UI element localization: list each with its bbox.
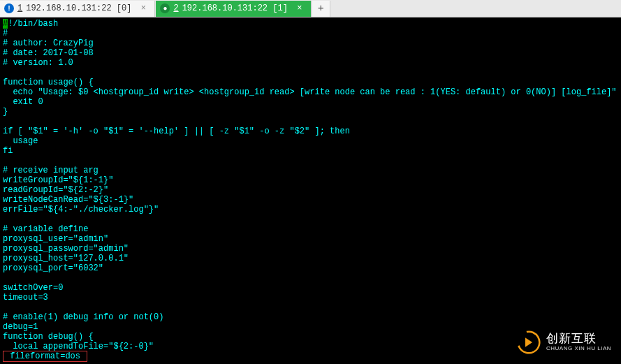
code-line: usage [3,136,38,146]
close-icon[interactable]: × [295,3,304,13]
code-line: # date: 2017-01-08 [3,48,94,58]
code-line: exit 0 [3,97,43,107]
code-line: debug=1 [3,322,38,332]
code-line: errFile="${4:-"./checker.log"}" [3,205,159,214]
tab-bar: ! 1 192.168.10.131:22 [0] × ● 2 192.168.… [0,0,621,17]
tab-number: 1 [17,3,22,13]
code-line: function usage() { [3,78,94,87]
code-line: timeout=3 [3,293,48,303]
tab-2[interactable]: ● 2 192.168.10.131:22 [1] × [156,1,311,17]
watermark: 创新互联 CHUANG XIN HU LIAN [517,330,611,354]
code-line: # [3,29,8,38]
tab-label: 192.168.10.131:22 [0] [26,3,131,13]
shebang-rest: !/bin/bash [8,19,58,29]
tab-label: 192.168.10.131:22 [1] [182,3,288,13]
code-line: } [3,107,8,117]
tab-1[interactable]: ! 1 192.168.10.131:22 [0] × [0,1,155,17]
code-line: switchOver=0 [3,283,63,293]
watermark-en: CHUANG XIN HU LIAN [546,346,611,352]
code-line: if [ "$1" = '-h' -o "$1" = '--help' ] ||… [3,126,350,136]
logo-icon [517,330,541,354]
code-line: # variable define [3,224,88,234]
code-line: proxysql_host="127.0.0.1" [3,254,129,263]
code-line: proxysql_password="admin" [3,244,129,254]
watermark-zh: 创新互联 [546,333,611,346]
code-line: writeNodeCanRead="${3:-1}" [3,195,133,205]
code-line: proxysql_port="6032" [3,263,103,273]
code-line: function debug() { [3,332,94,342]
close-icon[interactable]: × [139,3,147,13]
tab-number: 2 [173,3,178,13]
code-line: # author: CrazyPig [3,38,94,48]
code-line: # receive input arg [3,166,98,175]
info-icon: ! [4,3,14,13]
connected-icon: ● [160,3,170,13]
code-line: echo "Usage: $0 <hostgroup_id write> <ho… [3,87,617,97]
code-line: # enable(1) debug info or not(0) [3,312,163,322]
code-line: writeGroupId="${1:-1}" [3,175,113,185]
terminal-pane[interactable]: #!/bin/bash # # author: CrazyPig # date:… [0,17,621,364]
code-line: fi [3,146,13,156]
status-line: fileformat=dos [10,351,80,361]
code-line: readGroupId="${2:-2}" [3,185,108,195]
code-line: proxysql_user="admin" [3,234,108,244]
code-line: local appendToFile="${2:-0}" [3,342,154,351]
code-line: # version: 1.0 [3,58,73,68]
watermark-text: 创新互联 CHUANG XIN HU LIAN [546,333,611,351]
new-tab-button[interactable]: + [312,1,330,17]
status-line-box: fileformat=dos [3,351,87,362]
